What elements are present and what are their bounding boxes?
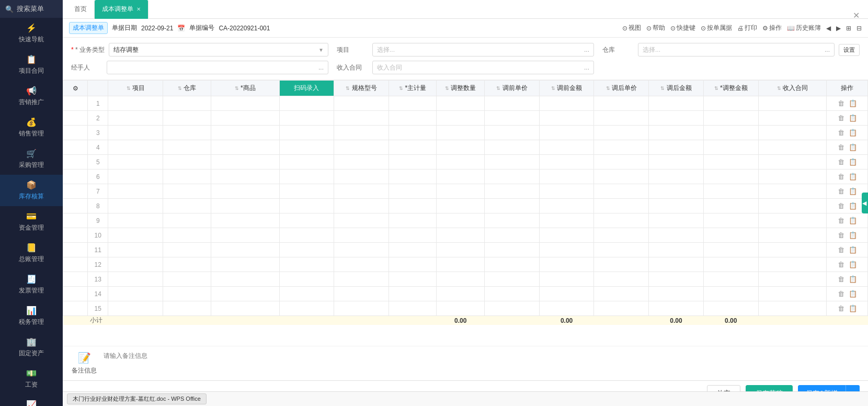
cell-product-3[interactable] [211,126,279,140]
cell-adj_qty-12[interactable] [437,257,485,272]
cell-prev_price-12[interactable] [485,257,540,272]
cell-prev_price-9[interactable] [485,213,540,228]
handler-input[interactable]: ... [107,61,328,74]
cell-income_contract-11[interactable] [758,243,827,257]
cell-income_contract-9[interactable] [758,213,827,228]
history-action[interactable]: 📖 历史账簿 [787,24,821,32]
cell-adj_qty-4[interactable] [437,140,485,155]
cell-settings-1[interactable] [63,96,88,111]
sidebar-item-ledger-mgmt[interactable]: 📒 总账管理 [0,238,63,269]
sidebar-item-project-contract[interactable]: 📋 项目合同 [0,49,63,81]
cell-settings-7[interactable] [63,184,88,199]
cell-prev_price-11[interactable] [485,243,540,257]
cell-scan-9[interactable] [279,213,334,228]
cell-project-9[interactable] [108,213,163,228]
cell-warehouse-2[interactable] [163,111,211,126]
cell-warehouse-1[interactable] [163,96,211,111]
cell-settings-5[interactable] [63,155,88,170]
cell-new_amount-1[interactable] [649,96,704,111]
tab-home[interactable]: 首页 [67,0,95,19]
cell-product-13[interactable] [211,272,279,287]
cell-project-8[interactable] [108,199,163,213]
row-copy-4[interactable]: 📋 [848,142,858,152]
sidebar-item-purchase-mgmt[interactable]: 🛒 采购管理 [0,143,63,175]
cell-project-4[interactable] [108,140,163,155]
cell-scan-2[interactable] [279,111,334,126]
cell-new_price-7[interactable] [594,184,649,199]
cell-adj_qty-9[interactable] [437,213,485,228]
cell-scan-8[interactable] [279,199,334,213]
notes-input[interactable] [104,352,860,373]
cell-scan-6[interactable] [279,170,334,184]
cell-adj_amount-9[interactable] [703,213,758,228]
sidebar-item-quick-nav[interactable]: ⚡ 快速导航 [0,18,63,49]
col-header-settings[interactable]: ⚙ [63,81,88,96]
cell-product-6[interactable] [211,170,279,184]
cell-action-14[interactable]: 🗑 📋 [827,287,868,301]
cell-new_amount-13[interactable] [649,272,704,287]
row-delete-9[interactable]: 🗑 [837,216,846,225]
cell-project-6[interactable] [108,170,163,184]
settings-button[interactable]: 设置 [839,44,860,56]
row-copy-8[interactable]: 📋 [848,201,858,211]
cell-project-14[interactable] [108,287,163,301]
cell-warehouse-4[interactable] [163,140,211,155]
cell-warehouse-14[interactable] [163,287,211,301]
cell-action-1[interactable]: 🗑 📋 [827,96,868,111]
cell-new_price-11[interactable] [594,243,649,257]
cell-adj_amount-5[interactable] [703,155,758,170]
row-copy-10[interactable]: 📋 [848,230,858,240]
cell-warehouse-7[interactable] [163,184,211,199]
row-copy-1[interactable]: 📋 [848,98,858,108]
cell-project-2[interactable] [108,111,163,126]
sidebar-item-sales-mgmt[interactable]: 💰 销售管理 [0,112,63,143]
business-type-input[interactable]: 结存调整 ▼ [109,43,328,57]
row-copy-11[interactable]: 📋 [848,245,858,255]
cell-new_amount-2[interactable] [649,111,704,126]
row-delete-2[interactable]: 🗑 [837,113,846,123]
row-delete-3[interactable]: 🗑 [837,128,846,138]
cell-unit-4[interactable] [389,140,437,155]
cell-unit-12[interactable] [389,257,437,272]
cell-scan-5[interactable] [279,155,334,170]
cell-income_contract-3[interactable] [758,126,827,140]
help-action[interactable]: ⊙ 帮助 [646,24,665,32]
cell-adj_amount-12[interactable] [703,257,758,272]
cell-adj_qty-11[interactable] [437,243,485,257]
cell-spec-6[interactable] [334,170,389,184]
cell-rownum-1[interactable]: 1 [88,96,108,111]
sidebar-item-payroll[interactable]: 💵 工资 [0,363,63,394]
row-delete-15[interactable]: 🗑 [837,303,846,313]
cell-new_price-13[interactable] [594,272,649,287]
cell-product-4[interactable] [211,140,279,155]
cell-adj_qty-5[interactable] [437,155,485,170]
data-table-wrap[interactable]: ⚙⇅ 项目⇅ 仓库⇅ *商品扫码录入⇅ 规格型号⇅ *主计量⇅ 调整数量⇅ 调前… [63,80,868,346]
cell-spec-14[interactable] [334,287,389,301]
cell-spec-11[interactable] [334,243,389,257]
cell-prev_price-5[interactable] [485,155,540,170]
cell-new_price-14[interactable] [594,287,649,301]
cell-prev_price-2[interactable] [485,111,540,126]
cell-prev_price-3[interactable] [485,126,540,140]
tab-cost-adjust[interactable]: 成本调整单✕ [95,0,149,19]
cell-product-15[interactable] [211,301,279,316]
cell-product-14[interactable] [211,287,279,301]
view-action[interactable]: ⊙ 视图 [622,24,641,32]
sidebar-item-sales-promo[interactable]: 📢 营销推广 [0,81,63,112]
cell-rownum-13[interactable]: 13 [88,272,108,287]
print-action[interactable]: 🖨 打印 [737,24,757,32]
cell-settings-14[interactable] [63,287,88,301]
row-delete-10[interactable]: 🗑 [837,230,846,240]
cell-scan-10[interactable] [279,228,334,243]
cell-adj_qty-2[interactable] [437,111,485,126]
cell-new_amount-10[interactable] [649,228,704,243]
cell-prev_amount-5[interactable] [539,155,594,170]
operation-action[interactable]: ⚙ 操作 [762,24,782,32]
cell-adj_amount-11[interactable] [703,243,758,257]
cell-warehouse-10[interactable] [163,228,211,243]
cell-prev_amount-6[interactable] [539,170,594,184]
cell-unit-7[interactable] [389,184,437,199]
cell-adj_amount-15[interactable] [703,301,758,316]
cell-scan-7[interactable] [279,184,334,199]
cell-unit-10[interactable] [389,228,437,243]
